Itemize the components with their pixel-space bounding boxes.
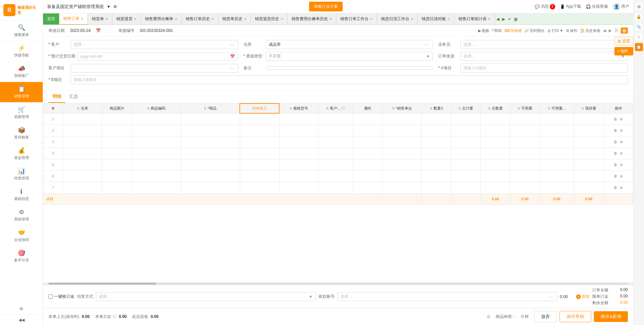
a-project-input[interactable]: 请输入A项目 (460, 64, 628, 73)
sidebar-item-marketing[interactable]: 📣 营销推广 (0, 62, 43, 82)
message-btn[interactable]: 💬 消息 9 (535, 4, 555, 9)
row-custom-cell[interactable] (318, 125, 353, 136)
row-attr-cell[interactable] (353, 136, 382, 148)
row-stock-cell[interactable] (574, 159, 604, 170)
row-avail-cell[interactable] (510, 136, 540, 148)
table-scrollbar[interactable] (43, 282, 633, 285)
row-unit-cell[interactable] (382, 182, 422, 193)
customer-input[interactable]: 选择... ··· (71, 40, 238, 49)
row-avail-cell[interactable] (510, 159, 540, 170)
row-main-unit-cell[interactable] (451, 170, 481, 182)
save-draft-button[interactable]: 保存草稿 (560, 311, 591, 322)
row-unit-cell[interactable] (382, 159, 422, 170)
tab-reconcile[interactable]: 钱货日清对账 ✕ (418, 13, 454, 25)
settle-method-select[interactable]: 选择... ▼ (96, 292, 316, 301)
col-settings-header[interactable]: ⚙ (43, 104, 63, 113)
right-panel-btn-2[interactable]: 🔒 (635, 13, 643, 21)
nav-next-icon[interactable]: ▶ (609, 28, 612, 33)
row-main-unit-cell[interactable] (451, 125, 481, 136)
right-panel-btn-4[interactable]: ☆ (635, 33, 643, 41)
row-qty2-cell[interactable] (422, 148, 451, 159)
tab-expense-history[interactable]: 销售费用分摊单历史 ✕ (288, 13, 336, 25)
row-warehouse-cell[interactable] (63, 159, 102, 170)
row-warehouse-cell[interactable] (63, 148, 102, 159)
add-row-btn[interactable]: + 添加 (576, 294, 590, 299)
warehouse-input[interactable]: 成品库 ··· (266, 40, 433, 49)
row-copy-icon[interactable]: ⊕ (620, 163, 623, 167)
quick-settle-checkbox-input[interactable] (48, 294, 53, 299)
tab-home[interactable]: 首页 (43, 13, 59, 25)
row-delete-icon[interactable]: 🗑 (614, 186, 617, 190)
tab-sales-order[interactable]: 销售订单 ✕ (59, 13, 88, 25)
profit-btn[interactable]: 📈 毛利预估 (524, 28, 544, 33)
row-main-unit-cell[interactable] (451, 113, 481, 125)
row-custom-cell[interactable] (318, 170, 353, 182)
row-main-qty-cell[interactable] (481, 113, 510, 125)
tab-close-icon[interactable]: ✕ (175, 17, 177, 21)
row-main-unit-cell[interactable] (451, 136, 481, 148)
sidebar-item-system[interactable]: ⚙ 系统管理 (0, 205, 43, 226)
sidebar-item-management[interactable]: 📊 经营管理 (0, 164, 43, 185)
row-stock-cell[interactable] (574, 125, 604, 136)
row-main-unit-cell[interactable] (451, 159, 481, 170)
note-input[interactable] (266, 67, 433, 70)
tab-close-icon[interactable]: ✕ (329, 17, 332, 21)
tab-next-btn[interactable]: ▶ (501, 17, 506, 22)
sidebar-item-purchase[interactable]: 🛒 采购管理 (0, 103, 43, 123)
sidebar-item-enterprise[interactable]: 🤝 企业协同 (0, 226, 43, 246)
row-product-cell[interactable] (181, 159, 240, 170)
tab-daily-clear[interactable]: 钱货日清工作台 ✕ (377, 13, 418, 25)
row-custom-cell[interactable] (318, 159, 353, 170)
industry-btn[interactable]: 体验行业方案 (309, 2, 343, 11)
help-btn[interactable]: ? 帮助 (492, 28, 502, 33)
b-project-input[interactable]: 请输入B项目 (71, 75, 628, 84)
row-product-cell[interactable] (181, 125, 240, 136)
account-more-icon[interactable]: ··· (547, 294, 554, 299)
row-unit-cell[interactable] (382, 125, 422, 136)
row-delete-icon[interactable]: 🗑 (614, 174, 617, 178)
row-product-cell[interactable] (181, 182, 240, 193)
row-warehouse-cell[interactable] (63, 136, 102, 148)
save-new-button[interactable]: 保存&新增 (594, 311, 628, 322)
row-code-cell[interactable] (132, 148, 181, 159)
delivery-date-input[interactable]: yyyy-mm-dd 📅 (77, 52, 238, 60)
row-avail-cell[interactable] (510, 148, 540, 159)
row-code-cell[interactable] (132, 125, 181, 136)
row-main-qty-cell[interactable] (481, 170, 510, 182)
sidebar-item-sales[interactable]: 📋 销售管理 (0, 82, 43, 103)
grid-view-icon[interactable]: ▦ (621, 28, 628, 34)
row-product-cell[interactable] (181, 170, 240, 182)
tab-close-all-btn[interactable]: ✕ (506, 17, 513, 22)
tab-close-icon[interactable]: ✕ (105, 17, 108, 21)
row-attr-cell[interactable] (353, 125, 382, 136)
row-qty2-cell[interactable] (422, 159, 451, 170)
row-custom-cell[interactable] (318, 148, 353, 159)
row-main-qty-cell[interactable] (481, 182, 510, 193)
invoice-type-select[interactable]: 不开票 ▼ (266, 52, 433, 61)
account-select[interactable]: 选择... ··· (337, 292, 557, 301)
row-spec-cell[interactable] (279, 182, 318, 193)
row-qty2-cell[interactable] (422, 113, 451, 125)
row-product-cell[interactable] (181, 148, 240, 159)
row-delete-icon[interactable]: 🗑 (614, 128, 617, 132)
row-unit-cell[interactable] (382, 113, 422, 125)
tab-order-history[interactable]: 销售订单历史 ✕ (182, 13, 218, 25)
row-copy-icon[interactable]: ⊕ (620, 117, 623, 121)
row-code-cell[interactable] (132, 113, 181, 125)
scrollbar-thumb[interactable] (48, 283, 156, 285)
tab-goods-history[interactable]: 销货单历史 ✕ (218, 13, 251, 25)
row-main-qty-cell[interactable] (481, 136, 510, 148)
row-code-cell[interactable] (132, 182, 181, 193)
tab-sales-goods[interactable]: 销货单 ✕ (88, 13, 112, 25)
row-unit-cell[interactable] (382, 148, 422, 159)
row-warehouse-cell[interactable] (63, 113, 102, 125)
row-main-qty-cell[interactable] (481, 148, 510, 159)
sidebar-collapse-btn[interactable]: ◀◀ (0, 315, 43, 325)
tab-close-icon[interactable]: ✕ (447, 17, 450, 21)
row-avail2-cell[interactable] (540, 113, 574, 125)
tab-close-icon[interactable]: ✕ (211, 17, 214, 21)
row-avail2-cell[interactable] (540, 136, 574, 148)
row-warehouse-cell[interactable] (63, 125, 102, 136)
row-main-qty-cell[interactable] (481, 125, 510, 136)
sidebar-item-guide[interactable]: 🎯 新手引导 (0, 246, 43, 267)
